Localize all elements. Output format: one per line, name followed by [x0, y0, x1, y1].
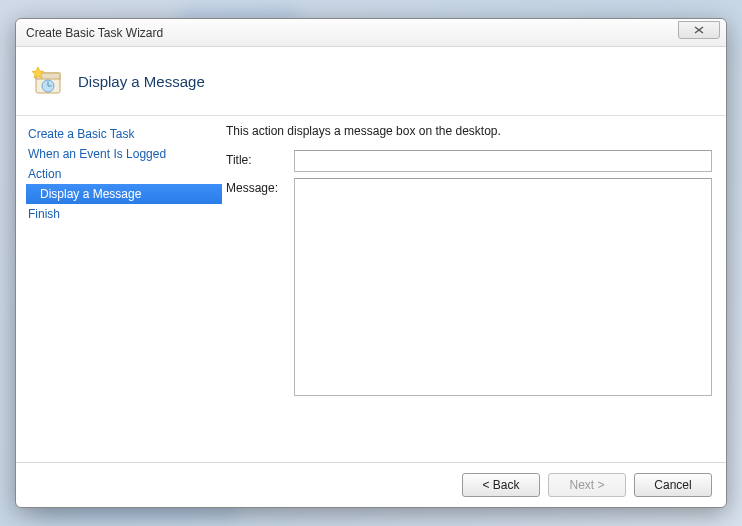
wizard-steps-sidebar: Create a Basic Task When an Event Is Log… [26, 122, 222, 462]
next-button: Next > [548, 473, 626, 497]
back-button[interactable]: < Back [462, 473, 540, 497]
description-text: This action displays a message box on th… [226, 124, 712, 138]
title-input[interactable] [294, 150, 712, 172]
wizard-window: Create Basic Task Wizard Display a Messa… [15, 18, 727, 508]
titlebar: Create Basic Task Wizard [16, 19, 726, 47]
wizard-body: Create a Basic Task When an Event Is Log… [16, 120, 726, 462]
wizard-content: This action displays a message box on th… [222, 122, 712, 462]
calendar-star-icon [32, 65, 64, 97]
sidebar-item-create-basic-task[interactable]: Create a Basic Task [26, 124, 222, 144]
page-title: Display a Message [78, 73, 205, 90]
sidebar-item-finish[interactable]: Finish [26, 204, 222, 224]
sidebar-item-display-message[interactable]: Display a Message [26, 184, 222, 204]
sidebar-item-action[interactable]: Action [26, 164, 222, 184]
cancel-button[interactable]: Cancel [634, 473, 712, 497]
sidebar-item-trigger[interactable]: When an Event Is Logged [26, 144, 222, 164]
title-label: Title: [226, 150, 284, 167]
close-button[interactable] [678, 21, 720, 39]
wizard-header: Display a Message [16, 47, 726, 115]
window-title: Create Basic Task Wizard [26, 26, 163, 40]
message-label: Message: [226, 178, 284, 195]
separator [16, 115, 726, 116]
wizard-footer: < Back Next > Cancel [16, 462, 726, 507]
message-textarea[interactable] [294, 178, 712, 396]
close-icon [694, 26, 704, 34]
